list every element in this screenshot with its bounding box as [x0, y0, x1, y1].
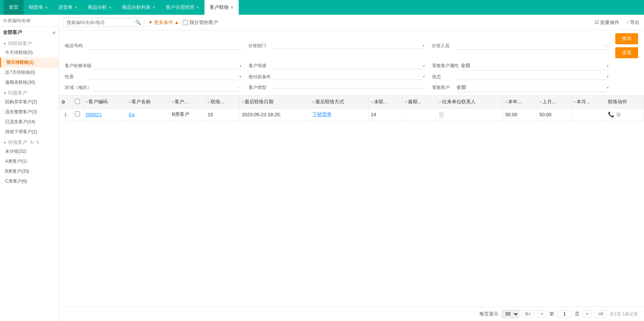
export-btn[interactable]: ↑ 导出 [627, 19, 640, 26]
status-label: 状态 [432, 74, 454, 80]
my-customers-check[interactable]: 我分管的客户 [183, 19, 218, 26]
prev-page-btn[interactable]: < [537, 310, 546, 318]
nav-close-purchase[interactable]: ✕ [74, 5, 77, 10]
search-input[interactable] [67, 20, 135, 25]
payment-select[interactable]: ▾ [273, 73, 425, 80]
group-arrow-value: ▼ [3, 141, 7, 145]
nav-close-segment[interactable]: ✕ [196, 5, 199, 10]
filter-payment: 收付款条件 ▾ [249, 73, 425, 80]
gender-select[interactable]: ▾ [89, 73, 241, 80]
manager-label: 分管人员 [432, 43, 454, 49]
page-unit-label: 页 [575, 311, 580, 317]
query-button[interactable]: 查询 [615, 33, 638, 44]
nav-product-analysis-list[interactable]: 商品分析列表 ✕ [117, 0, 161, 15]
customer-type-label: 客户类型 [249, 84, 271, 91]
nav-product-analysis[interactable]: 商品分析 ✕ [83, 0, 117, 15]
first-page-btn[interactable]: K< [522, 310, 534, 318]
sidebar-item-churn-warning[interactable]: 流失预警客户(3) [0, 107, 59, 117]
select-all-checkbox[interactable] [75, 99, 80, 104]
page-size-select[interactable]: 50 [501, 310, 519, 318]
filter-row-1: 电话号码 分管部门 ▾ 分管人员 ··· [65, 33, 638, 58]
my-customers-checkbox[interactable] [183, 20, 188, 25]
row-this-year: 50.00 [503, 108, 537, 121]
setup-button[interactable]: 设置 [615, 47, 638, 58]
nav-close-product-list[interactable]: ✕ [152, 5, 155, 10]
content-area: 🔍 ▼ 更多条件 ▲ 我分管的客户 ☑ 批量操作 ↑ 导出 [59, 15, 644, 321]
nav-close-sales[interactable]: ✕ [45, 5, 48, 10]
sidebar-group-problem: ▼ 问题客户 [0, 87, 59, 97]
sidebar-search-input[interactable] [3, 18, 58, 23]
gear-icon[interactable]: ⚙ [61, 99, 66, 105]
dept-label: 分管部门 [248, 43, 270, 49]
th-not-contacted: ≡未联... [368, 96, 403, 108]
filter-gender: 性质 ▾ [65, 73, 241, 80]
payment-label: 收付款条件 [249, 74, 271, 80]
nav-purchase-order[interactable]: 进货单 ✕ [53, 0, 83, 15]
page-num-input[interactable] [557, 310, 572, 318]
price-level-select[interactable]: ▾ [94, 63, 241, 69]
th-this-month: ≡本月... [571, 96, 605, 108]
batch-ops-btn[interactable]: ☑ 批量操作 [595, 19, 619, 26]
nav-close-contact[interactable]: ✕ [230, 5, 234, 10]
total-info: 共1页 1条记录 [610, 311, 638, 317]
sidebar-item-overdue[interactable]: 逾期未联络(30) [0, 77, 59, 87]
nav-sales-order[interactable]: 销货单 ✕ [24, 0, 53, 15]
sidebar-item-class-b[interactable]: B类客户(33) [0, 166, 59, 176]
sidebar-all-customers[interactable]: 全部客户 « [0, 27, 59, 38]
last-page-btn[interactable]: >K [595, 310, 607, 318]
row-this-month [571, 108, 605, 121]
row-checkbox[interactable] [75, 111, 80, 117]
nav-customer-segment[interactable]: 客户分层经营 ✕ [161, 0, 204, 15]
retail-customer-select[interactable]: 全部 ▾ [456, 83, 609, 92]
filter-area: 区域（地区） ··· [65, 84, 241, 92]
sidebar-item-7days[interactable]: 近7天待联络(0) [0, 68, 59, 77]
dept-select[interactable]: ▾ [273, 42, 424, 49]
sidebar-group-value: ▼ 价值客户 ↻ ✎ [0, 137, 59, 146]
sidebar-item-ungrouped[interactable]: 未分组(32) [0, 146, 59, 156]
th-name: ≡客户名称 [126, 96, 169, 108]
sidebar-item-declining[interactable]: 持续下滑客户(2) [0, 127, 59, 137]
sidebar: 🔍 全部客户 « ▼ 待联络客户 今天待联络(0) 明天待联络(1) 近7天待联… [0, 15, 59, 321]
next-page-btn[interactable]: > [582, 310, 592, 318]
more-filter-btn[interactable]: ▼ 更多条件 ▲ [148, 19, 179, 26]
retail-attr-chevron-icon: ▾ [607, 64, 609, 68]
th-last-contact-date: ≡最后联络日期 [239, 96, 310, 108]
retail-attr-label: 零散客户属性 [432, 63, 459, 69]
row-last-contact-method[interactable]: 下销货单 [310, 108, 369, 121]
sidebar-item-tomorrow[interactable]: 明天待联络(1) [0, 58, 59, 68]
th-gear[interactable]: ⚙ [59, 96, 72, 108]
search-input-wrap: 🔍 [63, 18, 144, 27]
row-not-contacted: 14 [368, 108, 403, 121]
sidebar-item-class-a[interactable]: A类客户(1) [0, 156, 59, 166]
phone-input[interactable] [89, 42, 241, 50]
nav-customer-contact[interactable]: 客户联络 ✕ [204, 0, 239, 15]
th-overdue: ≡逾期... [403, 96, 437, 108]
row-code[interactable]: 000021 [83, 108, 126, 121]
th-check[interactable] [72, 96, 83, 108]
nav-close-product-analysis[interactable]: ✕ [108, 5, 112, 10]
sidebar-item-class-c[interactable]: C类客户(6) [0, 176, 59, 186]
area-select[interactable]: ··· [94, 84, 241, 92]
action-phone-icon[interactable]: 📞 [608, 111, 614, 117]
customer-level-select[interactable]: ▾ [273, 63, 425, 69]
retail-attr-select[interactable]: 全部 ▾ [461, 61, 609, 70]
sidebar-collapse-icon[interactable]: « [52, 29, 56, 36]
sidebar-item-repurchase[interactable]: 回购异常客户(2) [0, 97, 59, 107]
search-btn-icon[interactable]: 🔍 [135, 20, 141, 25]
filter-customer-level: 客户等级 ▾ [249, 63, 425, 69]
action-grid-icon[interactable]: ⊞ [616, 111, 621, 117]
group-arrow-pending: ▼ [3, 42, 7, 46]
status-select[interactable]: ▾ [456, 73, 609, 80]
sidebar-item-today[interactable]: 今天待联络(0) [0, 48, 59, 58]
manager-select[interactable]: ··· [456, 42, 608, 50]
customer-type-select[interactable] [273, 86, 425, 89]
manager-dots-icon: ··· [604, 43, 608, 48]
row-name[interactable]: Ea [126, 108, 169, 121]
gender-chevron-icon: ▾ [239, 75, 241, 79]
row-checkbox-cell[interactable] [72, 108, 83, 121]
customer-table: ⚙ ≡客户编码 ≡客户名称 ≡客户... [59, 96, 644, 121]
area-dots-icon: ··· [238, 85, 241, 90]
sidebar-item-churned[interactable]: 已流失客户(24) [0, 117, 59, 127]
nav-home[interactable]: 首页 [4, 0, 24, 15]
filter-icon: ▼ [148, 20, 153, 25]
